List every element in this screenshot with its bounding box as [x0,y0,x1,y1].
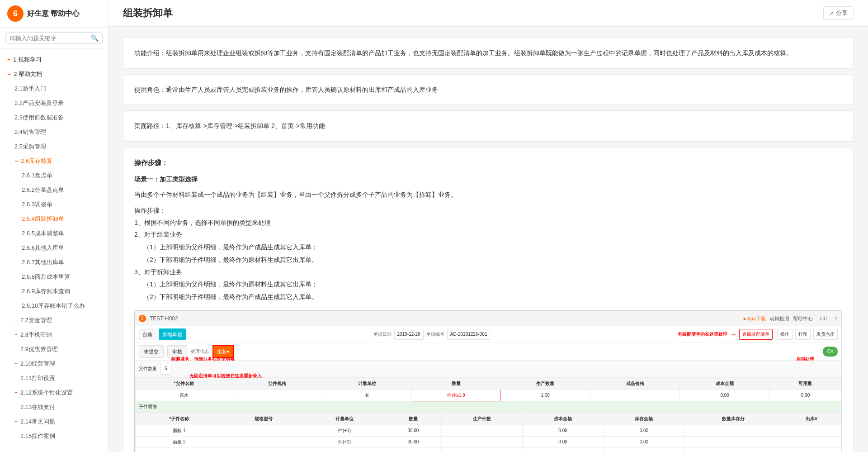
mock-status-tab1[interactable]: 未提交 [139,345,164,358]
mock-print-btn[interactable]: 打印 [795,329,811,340]
mock-bth-9: 出库V [782,413,841,425]
mock-bth-8: 数量库存分 [684,413,782,425]
sidebar-header: 6 好生意 帮助中心 [0,0,108,28]
search-box: 🔍 [0,28,108,49]
sidebar-item-finance[interactable]: + 2.7资金管理 [0,313,108,328]
step2: 2、对于组装业务 [134,228,842,241]
sidebar-item-install[interactable]: 2.2产品安装及登录 [0,96,108,110]
mock-tab-new[interactable]: 新增单据 [159,328,186,340]
sidebar-item-stocktake[interactable]: 2.6.1盘点单 [0,168,108,183]
mock-td-avail: 0.00 [769,390,841,401]
mock-form-row: 父件数量 5 无固定清单可以随便在这里重新录入 [135,361,841,377]
mock-bottom-table: *子件名称 规格型号 计量单位 数量 生产件数 成本金额 库存金额 数量库存分 [135,413,841,452]
mock-td-price [590,390,680,401]
mock-app: 6 TEST-H002 ● App下载 动销检测 帮助中心 CC × 自购 [135,311,842,452]
sidebar-item-print[interactable]: + 2.11打印设置 [0,371,108,385]
mock-return-btn[interactable]: 返回装配清单 [739,329,773,340]
logo-icon: 6 [7,5,24,22]
step3-2: （2）下部明细为子件明细，最终作为产成品生成其它入库单。 [134,290,842,303]
path-card: 页面路径：1、库存核算->库存管理->组装拆卸单 2、首页->常用功能 [123,110,854,142]
mock-bth-4: 数量 [385,413,442,425]
mock-top-table-wrap: *父件名称 父件规格 计量单位 数量 生产数量 成品价格 成本金额 可用量 [135,377,841,401]
sidebar-item-ops[interactable]: + 2.10经营管理 [0,357,108,371]
mock-bth-7: 库存金额 [604,413,684,425]
step1: 1、根据不同的业务，选择不同单据的类型来处理 [134,217,842,229]
mock-logo: 6 [139,315,146,322]
scene1-desc: 当由多个子件材料组装成一个成品的业务为【组装】业务，当由一个父件拆分成多个子产品… [134,189,842,201]
sidebar-item-other-in[interactable]: 2.6.6其他入库单 [0,241,108,255]
sidebar-item-cases[interactable]: + 2.15操作案例 [0,429,108,443]
minus-icon: − [7,71,11,78]
mock-td-unit: 套 [322,390,412,401]
table-row: 床木 套 往往≥1.9 1.00 0.00 0.00 [136,390,841,401]
mock-th-4: 数量 [412,378,500,390]
inventory-minus-icon: − [14,157,18,165]
mock-titlebar: 6 TEST-H002 ● App下载 动销检测 帮助中心 CC × [135,311,841,326]
mock-op-btn[interactable]: 操作 [777,329,793,340]
steps-sub-title: 操作步骤： [134,205,842,217]
sidebar-item-purchase[interactable]: 2.5采购管理 [0,139,108,154]
mock-field-annotation: 无固定清单可以随便在这里重新录入 [189,371,262,381]
main-area: 组装拆卸单 ↗ 分享 功能介绍：组装拆卸单用来处理企业组装或拆卸等加工业务，支持… [108,0,868,452]
sidebar-item-docs[interactable]: − 2.帮助文档 [0,67,108,81]
table-row: 面板 2件(+1)30.000.000.00 [136,437,841,448]
mock-tab-home[interactable]: 自购 [139,328,156,340]
sidebar-item-online-pay[interactable]: + 2.13在线支付 [0,400,108,414]
mock-app-id: TEST-H002 [150,313,178,324]
mock-close-icon[interactable]: × [835,313,838,324]
mock-td-name: 床木 [136,390,232,401]
sidebar-item-video[interactable]: + 1.视频学习 [0,52,108,67]
role-card: 使用角色：通常由生产人员或库管人员完成拆装业务的操作，库管人员确认原材料的出库和… [123,74,854,105]
mock-order-label: 单据编号 [426,330,444,339]
sidebar-item-assemble[interactable]: 2.6.4组装拆卸单 [0,212,108,226]
sidebar-item-cost-adj[interactable]: 2.6.5成本调整单 [0,226,108,241]
main-header: 组装拆卸单 ↗ 分享 [108,0,868,27]
sidebar-item-custom[interactable]: + 2.12系统个性化设置 [0,385,108,400]
sidebar-item-inv-check[interactable]: 2.6.9库存账本查询 [0,284,108,299]
search-input[interactable] [9,35,91,42]
steps-title: 操作步骤： [134,157,842,169]
step2-1: （1）上部明细为父件明细，最终作为产成品生成其它入库单； [134,241,842,253]
sidebar-item-other-out[interactable]: 2.6.7其他出库单 [0,255,108,270]
share-icon: ↗ [829,10,834,17]
step3-1: （1）上部明细为父件明细，最终作为原材料生成其它出库单； [134,278,842,290]
sidebar-item-goods-cost[interactable]: 2.6.8商品成本重算 [0,270,108,284]
sidebar-item-faq[interactable]: + 2.14常见问题 [0,414,108,429]
sidebar-item-sales[interactable]: 2.4销售管理 [0,125,108,139]
steps-content: 场景一：加工类型选择 当由多个子件材料组装成一个成品的业务为【组装】业务，当由一… [134,173,842,452]
mock-on-toggle[interactable]: On [823,347,838,357]
mock-td-prod: 1.00 [500,390,590,401]
mock-th-5: 生产数量 [500,378,590,390]
mock-td-spec [232,390,322,401]
intro-card: 功能介绍：组装拆卸单用来处理企业组装或拆卸等加工业务，支持有固定装配清单的产品加… [123,38,854,69]
mock-section-label: 子件明细 [135,401,841,413]
mock-bth-3: 计量单位 [304,413,385,425]
mock-td-qty: 往往≥1.9 [412,390,500,401]
step3: 3、对于拆卸业务 [134,266,842,278]
sidebar-item-inventory[interactable]: − 2.6库存核算 [0,154,108,168]
mock-th-7: 成本金额 [680,378,770,390]
sidebar-item-prepare[interactable]: 2.3使用前数据准备 [0,110,108,125]
mock-bth-2: 规格型号 [223,413,304,425]
mock-warehouse-btn[interactable]: 发货仓库 [813,329,838,340]
mock-user: CC [820,314,827,324]
role-text: 使用角色：通常由生产人员或库管人员完成拆装业务的操作，库管人员确认原材料的出库和… [134,84,842,96]
sidebar-item-coupon[interactable]: + 2.9优惠券管理 [0,342,108,357]
mock-th-3: 计量单位 [322,378,412,390]
mock-th-8: 可用量 [769,378,841,390]
sidebar-item-adjust[interactable]: 2.6.3调拨单 [0,197,108,212]
mock-field-value: 5 [160,363,171,375]
mock-top-table: *父件名称 父件规格 计量单位 数量 生产数量 成品价格 成本金额 可用量 [135,377,841,401]
mock-bottom-table-wrap: 子件明细 *子件名称 规格型号 计量单位 数量 生产件数 [135,401,841,452]
sidebar-nav: + 1.视频学习 − 2.帮助文档 2.1新手入门 2.2产品安装及登录 2.3… [0,49,108,452]
mock-field-label: 父件数量 [139,364,157,373]
sidebar-item-newbie[interactable]: 2.1新手入门 [0,81,108,96]
share-button[interactable]: ↗ 分享 [823,6,854,20]
table-row [136,450,841,452]
main-body: 功能介绍：组装拆卸单用来处理企业组装或拆卸等加工业务，支持有固定装配清单的产品加… [108,27,868,452]
sidebar-item-mobile[interactable]: + 2.8手机旺铺 [0,328,108,342]
search-icon[interactable]: 🔍 [91,34,99,42]
sidebar-item-inv-wrong[interactable]: 2.6.10库存账本错了么办 [0,299,108,313]
sidebar-item-split-stocktake[interactable]: 2.6.2分量盘点单 [0,183,108,197]
steps-card: 操作步骤： 场景一：加工类型选择 当由多个子件材料组装成一个成品的业务为【组装】… [123,147,854,452]
